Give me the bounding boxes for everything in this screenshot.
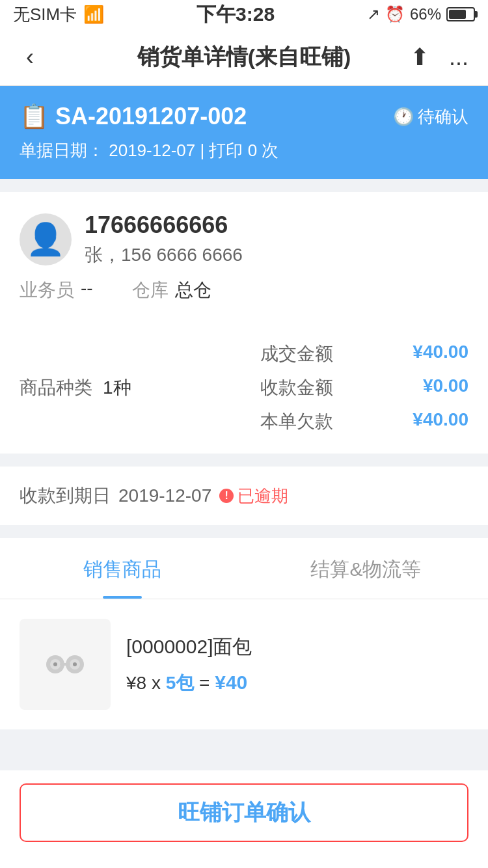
battery-icon — [446, 7, 475, 21]
order-date-row: 单据日期： 2019-12-07 | 打印 0 次 — [20, 139, 468, 162]
date-value: 2019-12-07 — [109, 141, 195, 160]
svg-point-5 — [73, 662, 77, 666]
owed-label: 本单欠款 — [260, 409, 333, 434]
more-button[interactable]: ... — [449, 44, 468, 71]
order-header: 📋 SA-20191207-002 🕐 待确认 单据日期： 2019-12-07… — [0, 86, 488, 179]
staff-item: 业务员 -- — [20, 278, 93, 303]
product-thumbnail — [20, 619, 111, 710]
customer-info: 17666666666 张，156 6666 6666 — [85, 211, 243, 267]
customer-card: 👤 17666666666 张，156 6666 6666 业务员 -- 仓库 … — [0, 192, 488, 322]
overdue-text: 已逾期 — [237, 485, 288, 508]
customer-meta: 业务员 -- 仓库 总仓 — [20, 278, 468, 303]
location-icon: ↗ — [367, 5, 380, 23]
due-section: 收款到期日 2019-12-07 ! 已逾期 — [0, 467, 488, 525]
date-label: 单据日期： — [20, 141, 104, 160]
svg-point-4 — [53, 662, 57, 666]
nav-bar: ‹ 销货单详情(来自旺铺) ⬆ ... — [0, 29, 488, 86]
carrier-text: 无SIM卡 — [13, 3, 77, 26]
customer-phone: 17666666666 — [85, 211, 243, 239]
product-name: [0000002]面包 — [126, 634, 468, 660]
deal-amount-label: 成交金额 — [260, 342, 333, 366]
tab-products[interactable]: 销售商品 — [0, 538, 244, 599]
product-item: [0000002]面包 ¥8 x 5包 = ¥40 — [20, 619, 468, 710]
time-display: 下午3:28 — [197, 1, 275, 28]
product-total: ¥40 — [215, 671, 247, 693]
received-amount-item: 收款金额 ¥0.00 — [260, 375, 468, 400]
tab-settlement-label: 结算&物流等 — [310, 558, 421, 580]
tabs-section: 销售商品 结算&物流等 [0000002]面包 — [0, 538, 488, 729]
overdue-badge: ! 已逾期 — [219, 485, 288, 508]
amount-section: 商品种类 1种 成交金额 ¥40.00 收款金额 ¥0.00 本单欠款 ¥40.… — [0, 322, 488, 454]
warehouse-value: 总仓 — [175, 278, 211, 303]
deal-amount-value: ¥40.00 — [413, 342, 468, 366]
product-count-area: 商品种类 1种 — [20, 375, 131, 400]
staff-value: -- — [81, 278, 93, 303]
status-clock-icon: 🕐 — [393, 107, 414, 127]
svg-rect-6 — [60, 663, 70, 666]
amount-row: 商品种类 1种 成交金额 ¥40.00 收款金额 ¥0.00 本单欠款 ¥40.… — [20, 342, 468, 434]
print-info: | 打印 0 次 — [200, 141, 278, 160]
amounts-right: 成交金额 ¥40.00 收款金额 ¥0.00 本单欠款 ¥40.00 — [260, 342, 468, 434]
product-logo-svg — [33, 645, 98, 684]
product-section: [0000002]面包 ¥8 x 5包 = ¥40 — [0, 599, 488, 729]
equals-text: = — [194, 673, 215, 693]
order-id: 📋 SA-20191207-002 — [20, 103, 247, 130]
product-type-value: 1种 — [103, 375, 131, 400]
order-header-top: 📋 SA-20191207-002 🕐 待确认 — [20, 103, 468, 130]
confirm-btn-label: 旺铺订单确认 — [178, 798, 310, 828]
warehouse-item: 仓库 总仓 — [132, 278, 211, 303]
nav-actions: ⬆ ... — [410, 44, 468, 71]
customer-row: 👤 17666666666 张，156 6666 6666 — [20, 211, 468, 267]
avatar: 👤 — [20, 213, 72, 265]
bottom-bar: 旺铺订单确认 — [0, 770, 488, 868]
due-date-label: 收款到期日 — [20, 483, 111, 508]
deal-amount-item: 成交金额 ¥40.00 — [260, 342, 468, 366]
status-text: 待确认 — [418, 105, 468, 128]
share-button[interactable]: ⬆ — [410, 44, 429, 71]
due-date-value: 2019-12-07 — [118, 485, 211, 506]
product-price: ¥8 x 5包 = ¥40 — [126, 671, 468, 696]
customer-name: 张，156 6666 6666 — [85, 243, 243, 267]
battery-text: 66% — [410, 5, 441, 23]
price-text: ¥8 x — [126, 673, 166, 693]
confirm-order-button[interactable]: 旺铺订单确认 — [20, 783, 468, 842]
back-button[interactable]: ‹ — [20, 37, 40, 77]
staff-label: 业务员 — [20, 278, 74, 303]
order-id-text: SA-20191207-002 — [55, 103, 247, 130]
avatar-icon: 👤 — [26, 221, 65, 258]
alarm-icon: ⏰ — [385, 5, 405, 23]
tab-settlement[interactable]: 结算&物流等 — [244, 538, 488, 599]
wifi-icon: 📶 — [83, 5, 104, 25]
status-right: ↗ ⏰ 66% — [367, 5, 475, 23]
owed-amount-item: 本单欠款 ¥40.00 — [260, 409, 468, 434]
product-type-label: 商品种类 — [20, 375, 92, 400]
overdue-dot-icon: ! — [219, 489, 234, 503]
page-title: 销货单详情(来自旺铺) — [137, 42, 351, 72]
warehouse-label: 仓库 — [132, 278, 169, 303]
product-info: [0000002]面包 ¥8 x 5包 = ¥40 — [126, 634, 468, 696]
received-label: 收款金额 — [260, 375, 333, 400]
order-id-icon: 📋 — [20, 103, 49, 130]
tab-products-label: 销售商品 — [83, 558, 161, 580]
order-status: 🕐 待确认 — [393, 105, 468, 128]
tabs-header: 销售商品 结算&物流等 — [0, 538, 488, 599]
received-value: ¥0.00 — [423, 375, 468, 400]
status-bar: 无SIM卡 📶 下午3:28 ↗ ⏰ 66% — [0, 0, 488, 29]
status-left: 无SIM卡 📶 — [13, 3, 104, 26]
owed-value: ¥40.00 — [413, 409, 468, 434]
product-qty: 5包 — [166, 673, 195, 693]
